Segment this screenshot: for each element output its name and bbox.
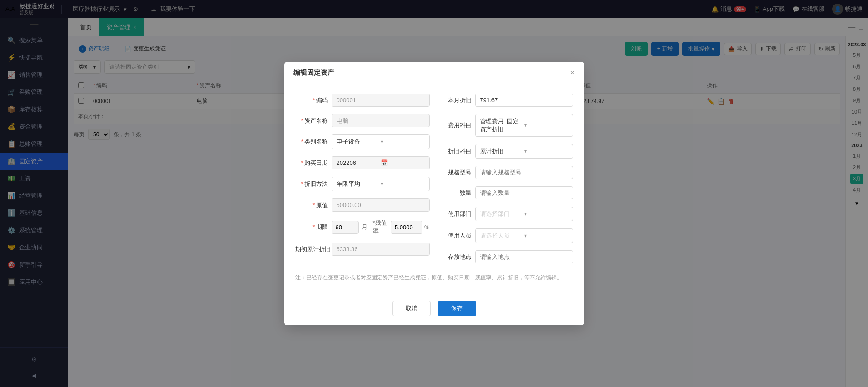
location-label: 存放地点 <box>439 253 475 261</box>
cancel-button[interactable]: 取消 <box>392 301 431 316</box>
form-row-original-value: *原值 <box>295 198 430 212</box>
asset-name-input[interactable] <box>332 114 430 127</box>
form-left-col: *编码 *资产名称 *类别名称 电子设备 ▾ <box>295 94 430 271</box>
form-row-spec: 规格型号 <box>439 166 573 179</box>
quantity-label: 数量 <box>439 189 475 197</box>
form-right-col: 本月折旧 费用科目 管理费用_固定资产折旧 ▾ 折旧科目 <box>439 94 573 271</box>
dep-subject-select[interactable]: 累计折旧 ▾ <box>475 144 573 159</box>
purchase-date-label: *购买日期 <box>295 159 332 167</box>
initial-dep-input[interactable] <box>332 243 430 256</box>
form-row-user: 使用人员 请选择人员 ▾ <box>439 228 573 243</box>
category-label: *类别名称 <box>295 138 332 146</box>
form-row-quantity: 数量 <box>439 186 573 199</box>
form-row-code: *编码 <box>295 94 430 107</box>
expense-subject-chevron-icon: ▾ <box>524 122 568 129</box>
save-button[interactable]: 保存 <box>438 301 476 316</box>
form-row-period: *期限 月 *残值率 % <box>295 219 430 235</box>
asset-name-label: *资产名称 <box>295 117 332 125</box>
form-row-location: 存放地点 <box>439 250 573 263</box>
modal-header: 编辑固定资产 × <box>284 62 584 84</box>
monthly-dep-input[interactable] <box>475 94 573 107</box>
category-chevron-icon: ▾ <box>381 139 425 145</box>
user-select[interactable]: 请选择人员 ▾ <box>475 228 573 243</box>
form-row-asset-name: *资产名称 <box>295 114 430 127</box>
spec-input[interactable] <box>475 166 573 179</box>
dept-select[interactable]: 请选择部门 ▾ <box>475 207 573 221</box>
purchase-date-input[interactable]: 202206 📅 <box>332 156 430 169</box>
dep-method-chevron-icon: ▾ <box>381 181 425 187</box>
residual-wrap: % <box>391 221 430 234</box>
residual-rate-input[interactable] <box>391 221 422 234</box>
spec-label: 规格型号 <box>439 169 475 177</box>
dep-method-label: *折旧方法 <box>295 180 332 188</box>
modal-footer: 取消 保存 <box>284 296 584 325</box>
monthly-dep-label: 本月折旧 <box>439 96 475 104</box>
dept-label: 使用部门 <box>439 210 475 218</box>
dep-subject-chevron-icon: ▾ <box>524 148 568 154</box>
form-grid: *编码 *资产名称 *类别名称 电子设备 ▾ <box>295 94 573 271</box>
edit-fixed-asset-modal: 编辑固定资产 × *编码 *资产名称 <box>284 62 584 325</box>
modal-title: 编辑固定资产 <box>293 69 334 77</box>
location-input[interactable] <box>475 250 573 263</box>
original-value-label: *原值 <box>295 201 332 209</box>
expense-subject-label: 费用科目 <box>439 121 475 129</box>
period-inputs: 月 *残值率 % <box>332 219 430 235</box>
code-label: *编码 <box>295 96 332 104</box>
form-row-purchase-date: *购买日期 202206 📅 <box>295 156 430 169</box>
code-input[interactable] <box>332 94 430 107</box>
dep-subject-label: 折旧科目 <box>439 147 475 155</box>
form-row-dept: 使用部门 请选择部门 ▾ <box>439 207 573 221</box>
form-row-dep-subject: 折旧科目 累计折旧 ▾ <box>439 144 573 159</box>
modal-note: 注：已经存在变更记录或者对应固定资产已经生成凭证，原值、购买日期、残值率、累计折… <box>295 271 573 287</box>
period-input[interactable] <box>332 221 359 234</box>
original-value-input[interactable] <box>332 198 430 212</box>
period-label: *期限 <box>295 223 332 231</box>
modal-body: *编码 *资产名称 *类别名称 电子设备 ▾ <box>284 84 584 296</box>
user-label: 使用人员 <box>439 232 475 240</box>
form-row-dep-method: *折旧方法 年限平均 ▾ <box>295 177 430 191</box>
form-row-category: *类别名称 电子设备 ▾ <box>295 134 430 149</box>
form-row-initial-dep: 期初累计折旧 <box>295 243 430 256</box>
form-row-monthly-dep: 本月折旧 <box>439 94 573 107</box>
form-row-expense-subject: 费用科目 管理费用_固定资产折旧 ▾ <box>439 114 573 137</box>
initial-dep-label: 期初累计折旧 <box>295 245 332 253</box>
expense-subject-select[interactable]: 管理费用_固定资产折旧 ▾ <box>475 114 573 137</box>
calendar-icon[interactable]: 📅 <box>381 159 425 166</box>
residual-rate-label: *残值率 <box>373 219 388 235</box>
quantity-input[interactable] <box>475 186 573 199</box>
dep-method-select[interactable]: 年限平均 ▾ <box>332 177 430 191</box>
user-chevron-icon: ▾ <box>524 233 568 239</box>
modal-close-btn[interactable]: × <box>570 68 575 78</box>
dept-chevron-icon: ▾ <box>524 211 568 217</box>
modal-overlay[interactable]: 编辑固定资产 × *编码 *资产名称 <box>0 0 868 387</box>
category-select[interactable]: 电子设备 ▾ <box>332 134 430 149</box>
